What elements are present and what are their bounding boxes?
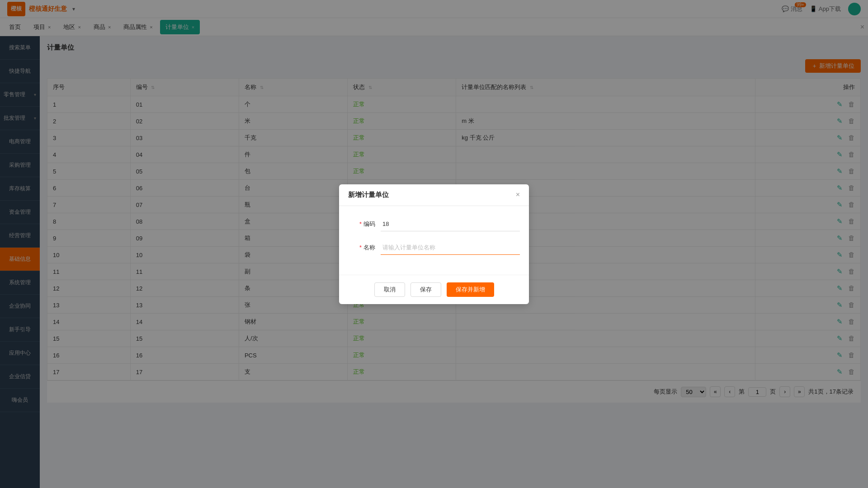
modal-overlay: 新增计量单位 × 编码 名称 取消 保存 保存并新增 [0, 0, 868, 488]
name-input[interactable] [381, 240, 520, 255]
modal-title: 新增计量单位 [348, 191, 389, 199]
modal-header: 新增计量单位 × [339, 184, 529, 206]
save-add-button[interactable]: 保存并新增 [447, 282, 494, 297]
cancel-button[interactable]: 取消 [374, 282, 405, 297]
form-row-name: 名称 [348, 240, 520, 255]
modal-footer: 取消 保存 保存并新增 [339, 275, 529, 304]
code-label: 编码 [348, 220, 375, 228]
modal-close-btn[interactable]: × [516, 191, 520, 199]
save-button[interactable]: 保存 [410, 282, 441, 297]
code-input[interactable] [381, 217, 520, 231]
modal-body: 编码 名称 [339, 206, 529, 275]
modal-add-unit: 新增计量单位 × 编码 名称 取消 保存 保存并新增 [339, 184, 529, 304]
form-row-code: 编码 [348, 217, 520, 231]
name-label: 名称 [348, 244, 375, 252]
